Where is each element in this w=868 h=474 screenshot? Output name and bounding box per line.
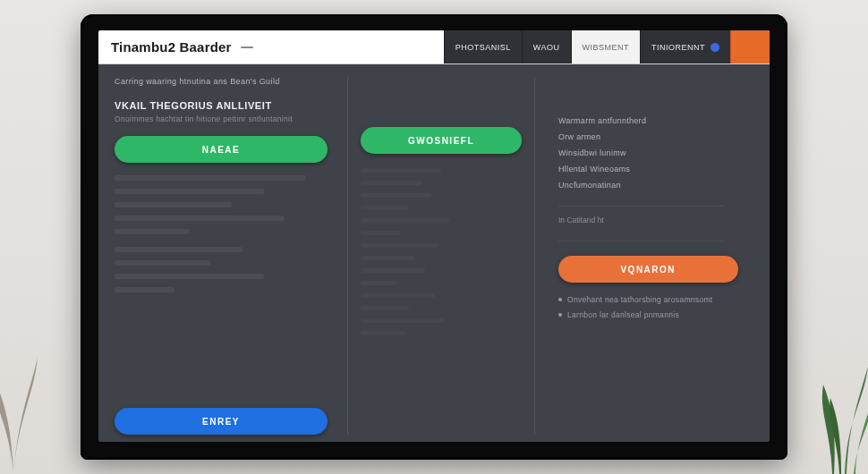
text-line — [361, 231, 401, 235]
app-body: Carring waaring htnutina ans Bean's Guil… — [98, 64, 770, 442]
footnote-text: Onvehant nea tathorsbing arosamnsomt — [567, 295, 712, 304]
app-header: Tinambu2 Baarder Photsanisl Waou Wibsmen… — [98, 30, 770, 64]
bullet-icon — [558, 298, 562, 301]
right-cta-button[interactable]: Vqnaron — [558, 256, 738, 283]
secondary-action-button[interactable]: Enrey — [115, 408, 328, 435]
text-line — [115, 216, 285, 221]
center-action-label: Gwosniefl — [408, 136, 474, 146]
left-section-title: Vkail Thegorius Anlliveit — [115, 100, 328, 111]
footnote-text: Larnbon lar danlseal pnmannis — [567, 310, 679, 319]
brand-block: Tinambu2 Baarder — [98, 30, 269, 63]
right-list: Warmarm antfunntherd Orw armen Winsidbwi… — [558, 116, 753, 190]
nav-item-label: Waou — [533, 43, 560, 52]
divider — [558, 241, 724, 241]
text-line — [115, 274, 264, 279]
text-line — [115, 175, 306, 181]
nav-cta-button[interactable] — [730, 30, 770, 63]
nav-item-label: Wibsment — [583, 43, 630, 52]
primary-action-button[interactable]: Naeae — [115, 136, 328, 163]
right-footnotes: Onvehant nea tathorsbing arosamnsomt Lar… — [558, 295, 753, 319]
list-item: Orw armen — [558, 132, 753, 141]
primary-action-label: Naeae — [202, 145, 241, 155]
text-line — [361, 306, 409, 310]
left-section-subtitle: Onoimmes hachtat tin hitione pettinr snt… — [115, 114, 328, 123]
right-cta-label: Vqnaron — [620, 265, 676, 275]
text-line — [361, 218, 449, 223]
hamburger-icon[interactable] — [241, 47, 253, 48]
right-label-1: In Catitand ht — [558, 216, 753, 224]
text-line — [115, 229, 189, 234]
left-text-block-1 — [115, 175, 328, 234]
top-nav: Photsanisl Waou Wibsment Tiniorennt — [444, 30, 770, 63]
nav-item-1[interactable]: Waou — [522, 30, 571, 63]
text-line — [361, 181, 421, 185]
nav-item-2[interactable]: Wibsment — [571, 30, 641, 63]
list-item: Uncfumonatinan — [558, 181, 753, 190]
text-line — [115, 202, 232, 207]
divider — [558, 206, 724, 207]
footnote-line: Onvehant nea tathorsbing arosamnsomt — [558, 295, 753, 304]
decor-plant-left — [0, 295, 45, 474]
text-line — [361, 268, 425, 273]
text-line — [361, 318, 445, 323]
text-line — [361, 168, 441, 173]
secondary-action-label: Enrey — [202, 417, 240, 427]
text-line — [115, 260, 210, 266]
nav-item-0[interactable]: Photsanisl — [444, 30, 522, 63]
bullet-icon — [558, 313, 562, 317]
app-screen: Tinambu2 Baarder Photsanisl Waou Wibsmen… — [98, 30, 770, 442]
notification-dot-icon — [711, 43, 719, 52]
text-line — [361, 243, 438, 248]
text-line — [361, 281, 396, 285]
monitor-frame: Tinambu2 Baarder Photsanisl Waou Wibsmen… — [81, 14, 787, 460]
page-tagline: Carring waaring htnutina ans Bean's Guil… — [115, 77, 328, 86]
text-line — [361, 331, 405, 335]
nav-item-label: Tiniorennt — [651, 43, 705, 52]
left-text-block-2 — [115, 247, 328, 292]
footnote-line: Larnbon lar danlseal pnmannis — [558, 310, 753, 319]
text-line — [361, 206, 409, 210]
text-line — [115, 189, 264, 194]
text-line — [115, 247, 243, 252]
brand-title: Tinambu2 Baarder — [111, 39, 232, 55]
center-text-block — [361, 168, 522, 335]
nav-item-3[interactable]: Tiniorennt — [640, 30, 730, 63]
text-line — [361, 256, 415, 260]
text-line — [361, 193, 431, 198]
list-item: Warmarm antfunntherd — [558, 116, 753, 125]
nav-item-label: Photsanisl — [455, 43, 511, 52]
list-item: Winsidbwi lunimw — [558, 148, 753, 157]
center-column: Gwosniefl — [347, 77, 535, 435]
right-column: Warmarm antfunntherd Orw armen Winsidbwi… — [555, 77, 753, 435]
text-line — [361, 293, 435, 298]
decor-plant-right — [814, 295, 868, 474]
list-item: Hllental Wineoams — [558, 165, 753, 174]
left-column: Carring waaring htnutina ans Bean's Guil… — [115, 77, 328, 435]
center-action-button[interactable]: Gwosniefl — [361, 127, 522, 154]
